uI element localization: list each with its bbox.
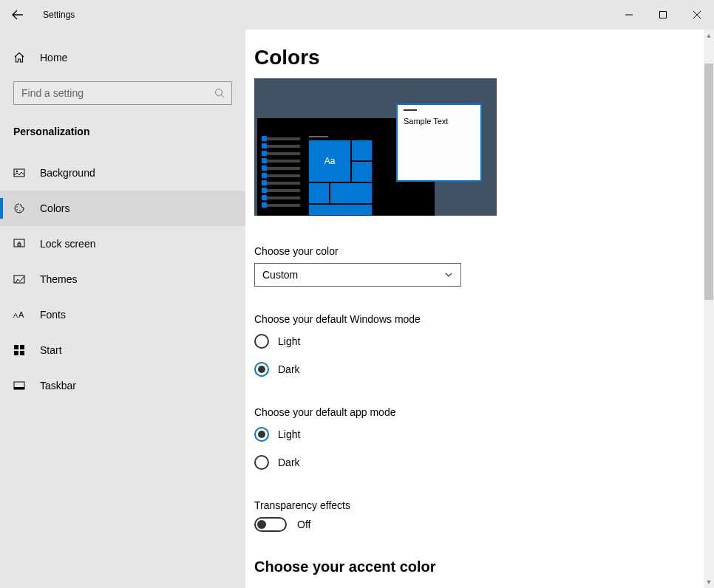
back-arrow-icon [12,9,24,21]
sidebar-item-taskbar[interactable]: Taskbar [0,368,245,403]
svg-point-7 [16,209,18,211]
picture-icon [13,167,25,179]
windows-mode-dark-option[interactable]: Dark [254,359,704,380]
start-icon [13,344,25,356]
search-container [0,72,245,109]
search-box[interactable] [13,81,232,105]
radio-label: Light [278,335,300,347]
svg-point-6 [16,206,18,208]
maximize-icon [659,11,667,18]
home-label: Home [40,52,67,64]
sidebar-item-label: Themes [40,273,78,285]
svg-point-5 [16,171,18,172]
sidebar-item-label: Taskbar [40,380,76,392]
svg-rect-15 [20,345,24,349]
svg-point-8 [19,210,21,211]
sidebar-item-fonts[interactable]: AA Fonts [0,297,245,332]
scroll-thumb[interactable] [704,64,713,300]
choose-color-value: Custom [262,269,298,281]
windows-mode-label: Choose your default Windows mode [254,313,704,325]
svg-rect-1 [660,12,667,18]
radio-icon [254,362,269,377]
windows-mode-group: Choose your default Windows mode Light D… [254,313,704,380]
svg-rect-11 [14,276,24,283]
scroll-up-button[interactable]: ▲ [704,30,714,41]
page-title: Colors [245,30,704,78]
toggle-knob [257,520,266,529]
scroll-down-button[interactable]: ▼ [704,576,714,588]
svg-rect-17 [20,351,24,355]
svg-text:A: A [13,312,18,319]
sidebar-item-label: Fonts [40,309,66,321]
radio-label: Dark [278,363,300,375]
choose-color-label: Choose your color [254,245,704,257]
transparency-label: Transparency effects [254,499,704,511]
radio-label: Light [278,428,300,440]
back-button[interactable] [0,0,35,30]
sidebar-item-lock-screen[interactable]: Lock screen [0,226,245,261]
sidebar-item-label: Start [40,344,62,356]
sidebar-item-label: Colors [40,202,69,214]
svg-rect-16 [14,351,18,355]
taskbar-icon [13,380,25,392]
svg-rect-14 [14,345,18,349]
titlebar-title: Settings [35,10,75,20]
sidebar-item-label: Background [40,167,95,179]
radio-icon [254,455,269,470]
choose-color-select[interactable]: Custom [254,263,461,287]
home-icon [13,52,25,64]
close-icon [693,11,701,18]
vertical-scrollbar[interactable]: ▲ ▼ [704,30,714,588]
search-input[interactable] [21,87,208,99]
svg-point-2 [216,89,222,96]
radio-label: Dark [278,457,300,468]
nav-list: Background Colors Lock screen Themes AA … [0,155,245,403]
sidebar-section-label: Personalization [0,109,245,145]
palette-icon [13,202,25,214]
search-icon [214,88,225,99]
transparency-state: Off [297,519,310,530]
chevron-down-icon [444,270,453,279]
sidebar-item-colors[interactable]: Colors [0,191,245,226]
home-nav-item[interactable]: Home [0,43,245,72]
transparency-toggle[interactable] [254,517,287,532]
app-mode-dark-option[interactable]: Dark [254,452,704,473]
app-mode-light-option[interactable]: Light [254,424,704,445]
windows-mode-light-option[interactable]: Light [254,331,704,352]
window-controls [612,0,714,30]
sidebar-item-label: Lock screen [40,238,95,250]
maximize-button[interactable] [646,0,680,30]
accent-color-heading: Choose your accent color [254,558,704,575]
color-preview: Aa Sample Text [254,78,497,216]
sidebar: Home Personalization Background Colors [0,30,245,588]
preview-window: Sample Text [396,103,482,182]
app-mode-label: Choose your default app mode [254,406,704,418]
lock-screen-icon [13,238,25,250]
themes-icon [13,273,25,285]
radio-icon [254,427,269,442]
sidebar-item-start[interactable]: Start [0,332,245,368]
sidebar-item-themes[interactable]: Themes [0,261,245,297]
app-mode-group: Choose your default app mode Light Dark [254,406,704,473]
fonts-icon: AA [13,309,25,321]
svg-rect-19 [14,387,24,389]
titlebar: Settings [0,0,714,30]
preview-sample-text: Sample Text [404,117,475,126]
minimize-button[interactable] [612,0,646,30]
svg-line-3 [222,95,225,98]
close-button[interactable] [680,0,714,30]
sidebar-item-background[interactable]: Background [0,155,245,191]
preview-tile: Aa [309,140,350,182]
svg-rect-10 [18,244,21,246]
svg-text:A: A [18,310,24,319]
radio-icon [254,334,269,349]
main-content: Colors Aa Sample Text [245,30,704,588]
minimize-icon [625,11,633,18]
